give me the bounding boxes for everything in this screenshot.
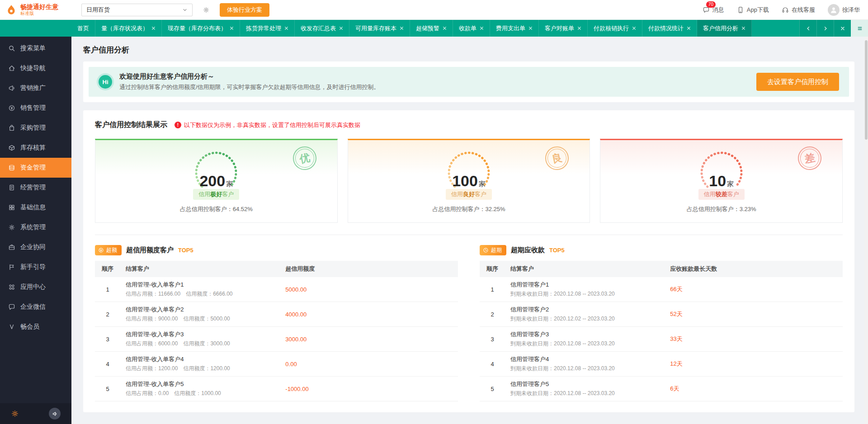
overdue-days: 6天 [665,377,843,401]
sidebar-item-search-menu[interactable]: 搜索菜单 [0,38,71,58]
close-tab-icon[interactable] [687,26,691,30]
announcement-sound-button[interactable] [49,408,61,419]
close-tab-icon[interactable] [577,26,581,30]
chevron-down-icon [182,7,188,13]
online-support-label: 在线客服 [792,6,815,14]
tab-stock-distribution-report[interactable]: 现存量（库存分布表） [162,20,240,37]
table-row[interactable]: 4 信用管理-收入单客户4信用占用额：1200.00 信用额度：1200.00 … [95,352,458,377]
tab-customer-credit-analysis[interactable]: 客户信用分析 [697,20,752,37]
scroll-tabs-left-button[interactable] [799,20,816,37]
over-credit-amount: -1000.00 [280,377,458,401]
user-menu[interactable]: 徐泽华 [828,4,860,16]
close-tab-icon[interactable] [528,26,533,30]
messages-link[interactable]: 70 消息 [703,6,724,14]
close-tab-icon[interactable] [632,26,636,30]
app-download-link[interactable]: App下载 [737,6,769,14]
tab-payment-stats[interactable]: 付款情况统计 [642,20,697,37]
table-row[interactable]: 2 信用管理-收入单客户2信用占用额：9000.00 信用额度：5000.00 … [95,302,458,327]
table-row[interactable]: 5 信用管理客户5到期未收款日期：2020.12.08 -- 2023.03.2… [480,377,843,401]
close-tab-icon[interactable] [284,26,288,30]
sales-icon [8,104,15,112]
close-tab-icon[interactable] [339,26,343,30]
overdue-table: 顺序 结算客户 应收账款最长天数 1 信用管理客户1到期未收款日期：2020.1… [480,261,843,401]
sidebar-item-app-center[interactable]: 应用中心 [0,277,71,297]
sidebar-item-base-info[interactable]: 基础信息 [0,198,71,217]
tab-overstock-alert[interactable]: 超储预警 [410,20,453,37]
customer-detail: 到期未收款日期：2020.12.08 -- 2023.03.20 [510,290,659,298]
tab-strip: 首页 量（库存状况表） 现存量（库存分布表） 拣货异常处理 收发存汇总表 可用量… [71,20,799,37]
sidebar-item-marketing[interactable]: 营销推广 [0,78,71,98]
results-title: 客户信用控制结果展示 [95,120,167,130]
customer-detail: 信用占用额：11666.00 信用额度：6666.00 [126,290,274,298]
tab-stock-status-report[interactable]: 量（库存状况表） [95,20,162,37]
footer-gear-icon[interactable] [11,410,19,418]
table-row[interactable]: 3 信用管理客户3到期未收款日期：2020.12.08 -- 2023.03.2… [480,327,843,352]
sidebar-item-operations[interactable]: 经营管理 [0,178,71,198]
tab-available-stock-ledger[interactable]: 可用量库存账本 [349,20,410,37]
flag-icon [8,264,15,271]
tab-customer-statement[interactable]: 客户对账单 [539,20,588,37]
overdue-section: 超期 超期应收款 TOP5 顺序 结算客户 应收账款最长天数 [480,245,843,401]
hi-icon: Hi [99,75,112,89]
credit-stat-cards: 200家 信用极好客户 占总信用控制客户：64.52% 优 [95,139,843,223]
sidebar-item-purchase[interactable]: 采购管理 [0,118,71,138]
tab-expense-voucher[interactable]: 费用支出单 [490,20,539,37]
clock-icon [483,247,489,253]
headset-icon [782,6,789,14]
sidebar-item-system[interactable]: 系统管理 [0,217,71,237]
sidebar-item-guide[interactable]: 新手引导 [0,257,71,277]
sidebar-item-inventory[interactable]: 库存核算 [0,138,71,158]
sidebar-item-member[interactable]: 畅会员 [0,317,71,337]
customer-name: 信用管理客户4 [510,355,659,363]
settings-gear-icon[interactable] [200,4,212,16]
stamp-poor-icon: 差 [796,144,824,172]
sidebar-item-collaboration[interactable]: 企业协同 [0,237,71,257]
brand-edition: 标准版 [20,11,58,16]
table-row[interactable]: 4 信用管理客户4到期未收款日期：2020.12.08 -- 2023.03.2… [480,352,843,377]
industry-select[interactable]: 日用百货 [81,4,193,16]
close-tab-icon[interactable] [741,26,745,30]
close-tab-icon[interactable] [151,26,156,30]
member-v-icon [8,323,15,330]
welcome-card: Hi 欢迎使用好生意客户信用分析～ 通过控制结算客户的信用额度/信用期限，可实时… [83,61,854,102]
stat-card-poor: 10家 信用较差客户 占总信用控制客户：3.23% 差 [600,139,843,223]
close-tab-icon[interactable] [480,26,484,30]
phone-icon [737,6,744,14]
scroll-tabs-right-button[interactable] [816,20,834,37]
tab-payment-writeoff[interactable]: 付款核销执行 [588,20,642,37]
tab-receipt-dispatch-summary[interactable]: 收发存汇总表 [295,20,349,37]
sidebar-item-quick-nav[interactable]: 快捷导航 [0,58,71,78]
close-tab-icon[interactable] [443,26,447,30]
tab-picking-exception[interactable]: 拣货异常处理 [240,20,295,37]
online-support-link[interactable]: 在线客服 [782,6,815,14]
close-tab-icon[interactable] [230,26,234,30]
sidebar-item-wechat[interactable]: 企业微信 [0,297,71,317]
tab-list-menu-button[interactable] [851,20,868,37]
scrollbar-thumb[interactable] [865,40,868,140]
table-row[interactable]: 1 信用管理客户1到期未收款日期：2020.12.08 -- 2023.03.2… [480,277,843,302]
username: 徐泽华 [842,6,860,14]
customer-name: 信用管理-收入单客户5 [126,380,274,388]
brand-name: 畅捷通好生意 [20,3,58,10]
brand-logo: 畅捷通好生意 标准版 [5,3,74,16]
tab-receipt-voucher[interactable]: 收款单 [453,20,490,37]
customer-name: 信用管理客户2 [510,306,659,314]
close-all-tabs-button[interactable] [834,20,851,37]
app-download-label: App下载 [747,6,769,14]
funds-coins-icon [8,164,15,171]
warning-icon: ! [175,122,181,128]
table-row[interactable]: 5 信用管理-收入单客户5信用占用额：0.00 信用额度：1000.00 -10… [95,377,458,401]
table-row[interactable]: 2 信用管理客户2到期未收款日期：2020.12.02 -- 2023.03.2… [480,302,843,327]
table-row[interactable]: 1 信用管理-收入单客户1信用占用额：11666.00 信用额度：6666.00… [95,277,458,302]
tab-home[interactable]: 首页 [71,20,95,37]
close-tab-icon[interactable] [400,26,404,30]
avatar [828,4,840,16]
page-content: 客户信用分析 Hi 欢迎使用好生意客户信用分析～ 通过控制结算客户的信用额度/信… [71,37,868,424]
stat-card-good: 100家 信用良好客户 占总信用控制客户：32.25% 良 [348,139,590,223]
setup-credit-control-button[interactable]: 去设置客户信用控制 [756,73,839,91]
sidebar-item-sales[interactable]: 销售管理 [0,98,71,118]
table-row[interactable]: 3 信用管理-收入单客户3信用占用额：6000.00 信用额度：3000.00 … [95,327,458,352]
customer-detail: 信用占用额：0.00 信用额度：1000.00 [126,390,274,397]
sidebar-item-funds[interactable]: 资金管理 [0,158,71,178]
trial-plan-button[interactable]: 体验行业方案 [220,3,269,17]
